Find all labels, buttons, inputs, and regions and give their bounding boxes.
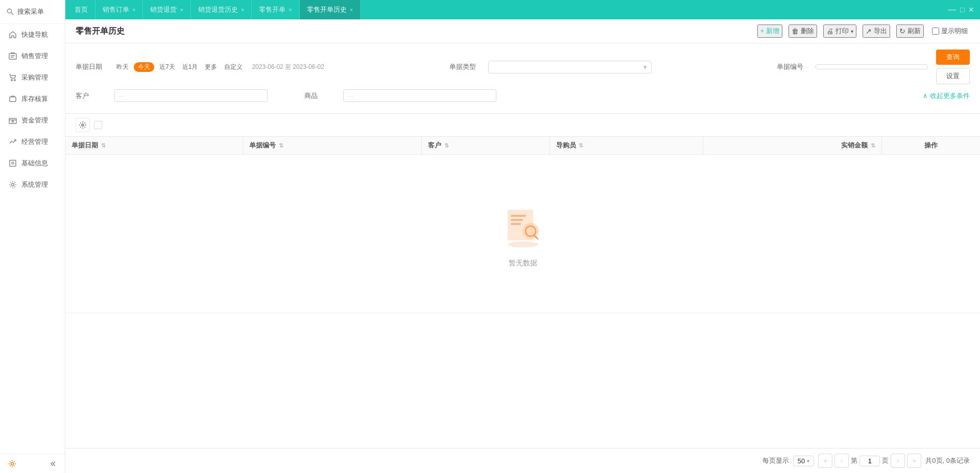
per-page-value: 50 xyxy=(798,457,805,465)
svg-point-0 xyxy=(8,9,12,13)
sidebar-item-label: 资金管理 xyxy=(21,116,48,125)
col-customer-label: 客户 xyxy=(428,141,441,149)
date-opt-today[interactable]: 今天 xyxy=(134,62,154,72)
sidebar-item-purchase-mgmt[interactable]: 采购管理 xyxy=(0,67,65,88)
maximize-btn[interactable]: □ xyxy=(960,6,964,14)
column-settings-button[interactable] xyxy=(76,118,90,132)
chevron-down-icon: ▾ xyxy=(643,63,647,71)
svg-rect-18 xyxy=(511,215,526,217)
pagination: 每页显示 50 ▾ « ‹ 第 页 › xyxy=(65,448,980,473)
home-icon xyxy=(8,30,17,39)
last-page-icon: » xyxy=(913,457,916,464)
col-guide[interactable]: 导购员 ⇅ xyxy=(549,137,703,155)
col-doc-number[interactable]: 单据编号 ⇅ xyxy=(243,137,422,155)
empty-text: 暂无数据 xyxy=(509,259,537,268)
window-controls: — □ × xyxy=(948,5,978,15)
sidebar-item-label: 经营管理 xyxy=(21,137,48,146)
customer-input[interactable]: ··· xyxy=(114,89,268,102)
tab-close-retail-open[interactable]: × xyxy=(289,7,292,13)
empty-state: 暂无数据 xyxy=(71,159,974,309)
delete-label: 删除 xyxy=(801,27,814,36)
doc-number-input[interactable] xyxy=(816,64,928,69)
tab-home[interactable]: 首页 xyxy=(67,0,95,19)
date-opt-yesterday[interactable]: 昨天 xyxy=(114,62,131,72)
delete-button[interactable]: 🗑 删除 xyxy=(788,24,817,38)
select-all-checkbox[interactable] xyxy=(94,121,102,129)
date-opt-last7[interactable]: 近7天 xyxy=(157,62,177,72)
tab-close-sales-return-history[interactable]: × xyxy=(241,7,244,13)
doc-type-select[interactable]: ▾ xyxy=(488,61,652,73)
collapse-label: 收起更多条件 xyxy=(930,91,970,101)
sidebar-item-system[interactable]: 系统管理 xyxy=(0,174,65,195)
col-amount-label: 实销金额 xyxy=(841,141,868,149)
refresh-icon: ↻ xyxy=(899,27,905,35)
sidebar-item-quick-nav[interactable]: 快捷导航 xyxy=(0,24,65,45)
header-actions: + 新增 🗑 删除 🖨 打印 ▾ ↗ 导出 ↻ 刷新 xyxy=(757,24,970,38)
empty-cell: 暂无数据 xyxy=(65,155,980,313)
tab-retail-open[interactable]: 零售开单 × xyxy=(252,0,299,19)
collapse-button[interactable]: ∧ 收起更多条件 xyxy=(923,91,970,101)
sidebar-item-basic-info[interactable]: 基础信息 xyxy=(0,153,65,174)
first-page-icon: « xyxy=(824,457,827,464)
date-opt-more[interactable]: 更多 xyxy=(203,62,219,72)
col-guide-label: 导购员 xyxy=(556,141,576,149)
display-detail-checkbox[interactable] xyxy=(932,28,939,35)
display-detail-label: 显示明细 xyxy=(941,27,968,36)
page-suffix: 页 xyxy=(882,456,889,465)
per-page-dropdown-icon: ▾ xyxy=(807,458,809,464)
last-page-btn[interactable]: » xyxy=(907,454,921,468)
tab-sales-order[interactable]: 销售订单 × xyxy=(95,0,143,19)
sidebar-item-label: 系统管理 xyxy=(21,180,48,189)
page-label: 第 xyxy=(851,456,857,465)
sidebar-item-sales-mgmt[interactable]: 销售管理 xyxy=(0,45,65,67)
settings-icon[interactable] xyxy=(8,459,16,468)
sidebar-item-finance[interactable]: 资金管理 xyxy=(0,110,65,131)
next-page-btn[interactable]: › xyxy=(891,454,905,468)
sidebar-nav: 快捷导航 销售管理 采购管理 xyxy=(0,24,65,454)
col-doc-number-label: 单据编号 xyxy=(249,141,276,149)
query-actions: 查询 设置 xyxy=(936,49,970,84)
page-input-group: 第 页 xyxy=(851,456,889,466)
col-doc-date[interactable]: 单据日期 ⇅ xyxy=(65,137,243,155)
refresh-button[interactable]: ↻ 刷新 xyxy=(896,24,924,38)
date-opt-last-month[interactable]: 近1月 xyxy=(180,62,200,72)
minimize-btn[interactable]: — xyxy=(948,5,956,14)
new-button[interactable]: + 新增 xyxy=(757,24,782,38)
page-number-input[interactable] xyxy=(859,456,880,466)
display-detail-toggle[interactable]: 显示明细 xyxy=(930,26,970,37)
close-btn[interactable]: × xyxy=(968,5,974,15)
svg-point-16 xyxy=(508,241,538,247)
tab-sales-return-history[interactable]: 销货退货历史 × xyxy=(191,0,252,19)
export-button[interactable]: ↗ 导出 xyxy=(863,24,890,38)
filter-area: 单据日期 昨天 今天 近7天 近1月 更多 自定义 2023-06-02 至 2… xyxy=(65,43,980,114)
doc-type-label: 单据类型 xyxy=(449,62,480,71)
sidebar-search[interactable]: 搜索采单 xyxy=(0,0,65,24)
table-header-row: 单据日期 ⇅ 单据编号 ⇅ 客户 ⇅ 导购员 ⇅ xyxy=(65,137,980,155)
goods-ellipsis: ··· xyxy=(348,92,353,99)
tab-close-sales-order[interactable]: × xyxy=(132,7,135,13)
query-button[interactable]: 查询 xyxy=(936,49,970,65)
per-page-select[interactable]: 50 ▾ xyxy=(793,456,814,466)
filter-date-options: 昨天 今天 近7天 近1月 更多 自定义 2023-06-02 至 2023-0… xyxy=(114,62,324,72)
col-amount[interactable]: 实销金额 ⇅ xyxy=(703,137,881,155)
tab-close-sales-return[interactable]: × xyxy=(180,7,183,13)
delete-icon: 🗑 xyxy=(792,27,799,35)
tab-close-retail-open-history[interactable]: × xyxy=(350,7,353,13)
print-dropdown-icon[interactable]: ▾ xyxy=(851,29,853,34)
goods-input[interactable]: ··· xyxy=(343,89,496,102)
date-opt-custom[interactable]: 自定义 xyxy=(222,62,245,72)
empty-row: 暂无数据 xyxy=(65,155,980,313)
tab-sales-return[interactable]: 销货退货 × xyxy=(143,0,190,19)
prev-page-btn[interactable]: ‹ xyxy=(834,454,849,468)
sidebar-item-operation[interactable]: 经营管理 xyxy=(0,131,65,153)
first-page-btn[interactable]: « xyxy=(818,454,832,468)
collapse-icon[interactable] xyxy=(49,459,57,468)
settings-button[interactable]: 设置 xyxy=(936,68,970,84)
col-customer[interactable]: 客户 ⇅ xyxy=(422,137,550,155)
tab-retail-open-history[interactable]: 零售开单历史 × xyxy=(300,0,361,19)
sidebar-item-inventory[interactable]: 库存核算 xyxy=(0,88,65,110)
print-button[interactable]: 🖨 打印 ▾ xyxy=(823,24,856,38)
svg-point-15 xyxy=(82,124,84,126)
content: 零售开单历史 + 新增 🗑 删除 🖨 打印 ▾ ↗ 导出 ↻ xyxy=(65,19,980,473)
print-label: 打印 xyxy=(835,27,849,36)
